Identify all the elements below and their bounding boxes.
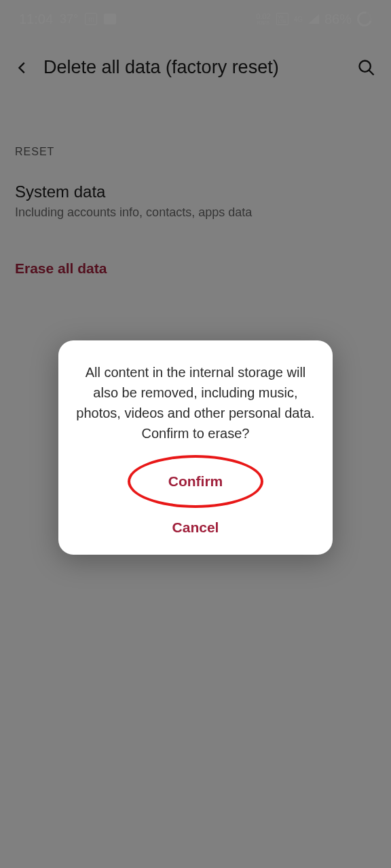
- modal-overlay[interactable]: All content in the internal storage will…: [0, 0, 391, 868]
- cancel-button[interactable]: Cancel: [75, 519, 316, 536]
- confirm-dialog: All content in the internal storage will…: [58, 340, 333, 555]
- dialog-message: All content in the internal storage will…: [75, 362, 316, 443]
- confirm-label: Confirm: [168, 473, 223, 489]
- confirm-button[interactable]: Confirm: [75, 473, 316, 490]
